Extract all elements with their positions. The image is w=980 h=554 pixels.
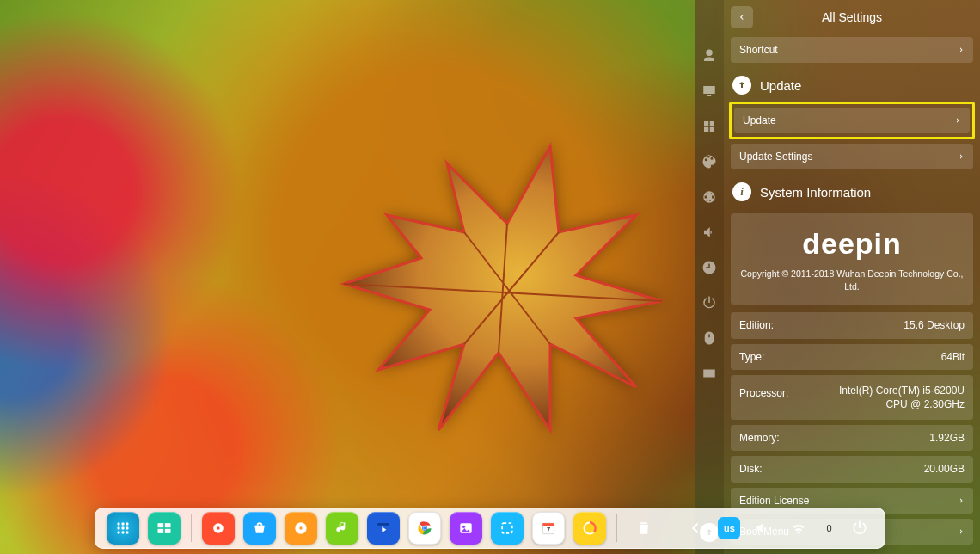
launcher-icon[interactable] (107, 512, 139, 545)
chevron-right-icon (958, 151, 965, 163)
tray-area[interactable] (682, 512, 709, 545)
dock-separator (616, 514, 617, 542)
edition-key: Edition: (739, 319, 774, 331)
music-icon[interactable] (285, 512, 317, 545)
brand-logo-text: deepin (739, 227, 965, 261)
movie-icon[interactable] (367, 512, 400, 545)
update-section-header: Update (732, 76, 971, 95)
type-row: Type: 64Bit (731, 344, 973, 370)
edition-license-label: Edition License (739, 495, 809, 507)
chevron-right-icon (958, 495, 965, 507)
memory-key: Memory: (739, 432, 780, 444)
shortcut-label: Shortcut (739, 44, 778, 56)
network-icon[interactable] (701, 189, 717, 205)
highlight-annotation: Update (729, 102, 975, 139)
settings-nav-rail (695, 0, 724, 554)
disk-value: 20.00GB (924, 462, 965, 476)
display-icon[interactable] (701, 83, 717, 99)
keyboard-icon[interactable] (701, 366, 717, 381)
shortcut-row[interactable]: Shortcut (731, 37, 973, 63)
app-store-icon[interactable] (243, 512, 276, 545)
sound-icon[interactable] (701, 225, 717, 240)
svg-point-16 (300, 526, 303, 529)
panel-title: All Settings (822, 10, 882, 24)
tray-power-icon[interactable] (846, 512, 873, 545)
processor-value: Intel(R) Core(TM) i5-6200U CPU @ 2.30GHz (818, 384, 965, 411)
update-section-icon (732, 76, 751, 95)
clock[interactable]: 0 (821, 523, 836, 533)
update-label: Update (743, 114, 776, 126)
svg-point-1 (122, 522, 125, 525)
multitask-icon[interactable] (148, 512, 181, 545)
svg-rect-12 (165, 529, 171, 533)
default-apps-icon[interactable] (701, 119, 717, 134)
svg-point-7 (122, 531, 125, 533)
time-date-icon[interactable] (701, 260, 717, 275)
memory-row: Memory: 1.92GB (731, 425, 973, 451)
svg-point-5 (126, 526, 129, 529)
edition-row: Edition: 15.6 Desktop (731, 312, 973, 338)
brand-card: deepin Copyright © 2011-2018 Wuhan Deepi… (731, 213, 973, 305)
chevron-right-icon (958, 44, 965, 56)
svg-point-8 (126, 531, 129, 533)
sysinfo-section-header: i System Information (732, 182, 971, 201)
back-button[interactable] (731, 6, 753, 28)
svg-point-6 (118, 531, 120, 533)
svg-rect-9 (158, 523, 164, 527)
type-value: 64Bit (941, 350, 965, 364)
svg-rect-10 (165, 523, 171, 527)
keyboard-layout-label: us (724, 523, 735, 533)
sysinfo-section-label: System Information (760, 185, 871, 200)
tray-chevron-icon[interactable] (687, 520, 704, 537)
file-manager-icon[interactable] (202, 512, 235, 545)
svg-rect-18 (378, 523, 389, 526)
image-viewer-icon[interactable] (450, 512, 482, 545)
svg-point-2 (126, 522, 129, 525)
dock-separator (671, 514, 671, 542)
info-icon: i (732, 182, 751, 201)
panel-header: All Settings (729, 0, 975, 34)
svg-text:7: 7 (547, 526, 550, 533)
type-key: Type: (739, 351, 764, 363)
settings-panel-body: All Settings Shortcut Update Update Upda… (724, 0, 980, 554)
svg-rect-25 (503, 523, 513, 533)
calendar-icon[interactable]: 7 (532, 512, 565, 545)
svg-point-4 (122, 526, 125, 529)
update-row[interactable]: Update (734, 108, 970, 133)
settings-panel: All Settings Shortcut Update Update Upda… (695, 0, 980, 554)
power-icon[interactable] (701, 295, 717, 311)
processor-row: Processor: Intel(R) Core(TM) i5-6200U CP… (731, 375, 973, 420)
music-note-icon[interactable] (326, 512, 358, 545)
svg-rect-11 (158, 529, 164, 533)
edition-value: 15.6 Desktop (903, 318, 965, 332)
keyboard-layout-indicator[interactable]: us (718, 517, 740, 539)
update-section-label: Update (760, 78, 801, 93)
svg-point-22 (424, 526, 427, 530)
svg-point-3 (118, 526, 120, 529)
update-settings-row[interactable]: Update Settings (731, 144, 973, 169)
processor-key: Processor: (739, 384, 788, 399)
update-settings-label: Update Settings (739, 151, 812, 163)
mouse-icon[interactable] (701, 330, 717, 346)
clock-text: 0 (826, 523, 831, 533)
svg-point-24 (462, 526, 465, 528)
accounts-icon[interactable] (701, 48, 717, 64)
svg-point-0 (118, 522, 120, 525)
disk-row: Disk: 20.00GB (731, 456, 973, 482)
chrome-icon[interactable] (408, 512, 441, 545)
chevron-right-icon (954, 114, 961, 126)
tray-sound-icon[interactable] (749, 512, 776, 545)
wallpaper-leaf (292, 86, 671, 465)
copyright-text: Copyright © 2011-2018 Wuhan Deepin Techn… (739, 268, 965, 292)
dock: 7 us 0 (0, 508, 980, 549)
personalization-icon[interactable] (701, 154, 717, 169)
screenshot-icon[interactable] (491, 512, 524, 545)
system-monitor-icon[interactable] (573, 512, 606, 545)
trash-icon[interactable] (628, 512, 660, 545)
memory-value: 1.92GB (929, 431, 965, 445)
dock-separator (191, 514, 192, 542)
tray-network-icon[interactable] (785, 512, 812, 545)
disk-key: Disk: (739, 463, 763, 475)
svg-point-14 (217, 526, 220, 529)
